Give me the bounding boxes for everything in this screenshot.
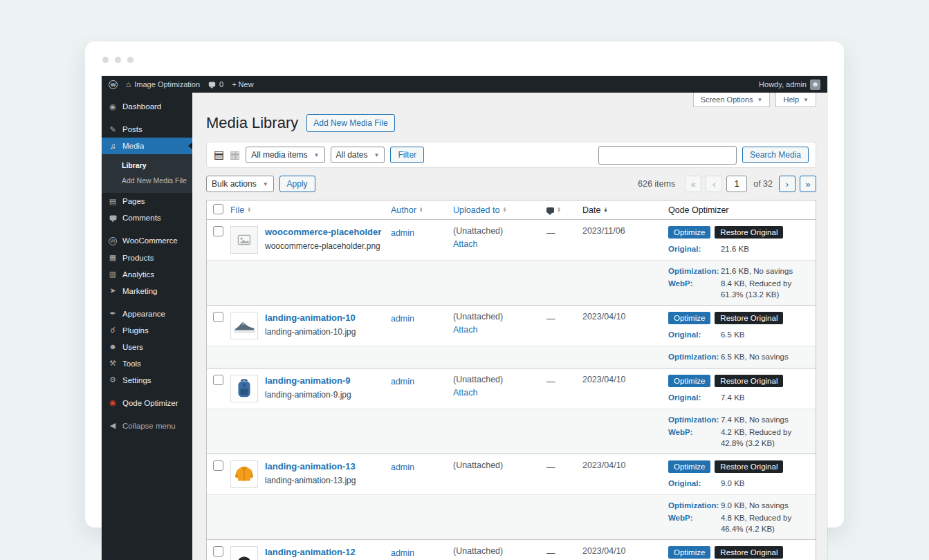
author-link[interactable]: admin <box>391 463 414 472</box>
restore-original-button[interactable]: Restore Original <box>715 312 783 324</box>
sidebar-item-media[interactable]: ♫Media <box>102 138 192 154</box>
author-link[interactable]: admin <box>391 228 414 238</box>
account-menu[interactable]: Howdy, admin ☻ <box>759 80 820 90</box>
search-input[interactable] <box>598 146 737 165</box>
pagination-next-button[interactable]: › <box>779 176 795 192</box>
sidebar-item-tools[interactable]: ⚒Tools <box>102 355 192 372</box>
restore-original-button[interactable]: Restore Original <box>715 546 783 559</box>
optimize-button[interactable]: Optimize <box>668 546 710 559</box>
sidebar-item-label: Posts <box>122 125 142 133</box>
sort-icon: ▲▼ <box>502 207 506 212</box>
column-header-file[interactable]: File ▲▼ <box>230 205 391 215</box>
users-icon: ☻ <box>108 343 118 351</box>
submenu-item-add-new-media-file[interactable]: Add New Media File <box>102 173 192 188</box>
author-link[interactable]: admin <box>391 548 414 558</box>
webp-label: WebP: <box>668 278 721 300</box>
bulk-actions-select[interactable]: Bulk actions ▼ <box>206 176 274 192</box>
bulk-actions-value: Bulk actions <box>212 179 257 189</box>
pagination-prev-button[interactable]: ‹ <box>706 176 722 192</box>
column-header-comments[interactable]: ▲▼ <box>546 207 582 213</box>
filter-button[interactable]: Filter <box>390 147 424 163</box>
sidebar-item-products[interactable]: ▦Products <box>102 250 192 266</box>
sidebar-item-dashboard[interactable]: ◉Dashboard <box>102 98 192 115</box>
pagination-total: of 32 <box>751 179 775 189</box>
attach-link[interactable]: Attach <box>453 325 477 335</box>
sidebar-item-woocommerce[interactable]: WWooCommerce <box>102 232 192 250</box>
sort-icon: ▲▼ <box>603 207 607 212</box>
table-header-row: File ▲▼ Author ▲▼ Uploaded to ▲▼ ▲▼ <box>207 200 816 220</box>
author-link[interactable]: admin <box>391 377 414 386</box>
media-title-link[interactable]: landing-animation-10 <box>265 312 356 323</box>
column-header-author[interactable]: Author ▲▼ <box>391 205 453 215</box>
optimize-button[interactable]: Optimize <box>668 312 710 324</box>
sidebar-item-analytics[interactable]: ▥Analytics <box>102 266 192 283</box>
sidebar-item-label: Tools <box>122 360 141 368</box>
media-title-link[interactable]: woocommerce-placeholder <box>265 227 381 237</box>
admin-bar-comments[interactable]: 0 <box>208 80 223 88</box>
column-header-uploaded-to[interactable]: Uploaded to ▲▼ <box>453 205 546 215</box>
add-new-media-button[interactable]: Add New Media File <box>306 114 394 132</box>
submenu-item-library[interactable]: Library <box>102 158 192 173</box>
sidebar-item-pages[interactable]: ▤Pages <box>102 193 192 209</box>
row-checkbox[interactable] <box>213 312 223 322</box>
cap-thumbnail[interactable] <box>230 546 258 560</box>
row-checkbox[interactable] <box>213 375 223 385</box>
site-name: Image Optimization <box>134 80 200 88</box>
howdy-text: Howdy, admin <box>759 80 807 88</box>
optimize-button[interactable]: Optimize <box>668 460 710 473</box>
media-item-row: landing-animation-13 landing-animation-1… <box>207 454 816 540</box>
row-checkbox[interactable] <box>213 226 223 236</box>
sidebar-item-marketing[interactable]: ➤Marketing <box>102 283 192 299</box>
date-filter-select[interactable]: All dates ▼ <box>331 147 385 163</box>
pagination-last-button[interactable]: » <box>800 176 816 192</box>
pagination-first-button[interactable]: « <box>685 176 701 192</box>
row-checkbox[interactable] <box>213 546 223 557</box>
search-media-button[interactable]: Search Media <box>742 147 809 163</box>
optimize-button[interactable]: Optimize <box>668 226 710 239</box>
sidebar-item-plugins[interactable]: ☌Plugins <box>102 322 192 339</box>
attach-link[interactable]: Attach <box>453 388 477 398</box>
media-item-row: landing-animation-10 landing-animation-1… <box>207 306 816 368</box>
screen-options-button[interactable]: Screen Options ▼ <box>693 93 771 107</box>
comments-count: — <box>546 228 555 238</box>
sidebar-item-posts[interactable]: ✎Posts <box>102 121 192 138</box>
media-type-select[interactable]: All media items ▼ <box>246 147 324 163</box>
sidebar-item-comments[interactable]: Comments <box>102 209 192 226</box>
uploaded-status: (Unattached) <box>453 226 541 236</box>
author-link[interactable]: admin <box>391 314 414 324</box>
sidebar-item-qode-optimizer[interactable]: ◉Qode Optimizer <box>102 395 192 411</box>
window-dot <box>102 57 109 63</box>
row-checkbox[interactable] <box>213 460 223 471</box>
appearance-icon: ✒ <box>108 310 118 317</box>
backpack-thumbnail[interactable] <box>230 375 258 402</box>
help-button[interactable]: Help ▼ <box>775 93 816 107</box>
attach-link[interactable]: Attach <box>453 239 477 249</box>
column-header-date[interactable]: Date ▲▼ <box>582 205 668 215</box>
wordpress-logo-icon[interactable]: W <box>109 80 118 89</box>
placeholder-thumbnail[interactable] <box>230 226 258 254</box>
sidebar-item-appearance[interactable]: ✒Appearance <box>102 306 192 322</box>
restore-original-button[interactable]: Restore Original <box>715 460 783 473</box>
media-title-link[interactable]: landing-animation-9 <box>265 375 351 386</box>
sidebar-item-users[interactable]: ☻Users <box>102 339 192 355</box>
sneaker-thumbnail[interactable] <box>230 312 258 339</box>
media-title-link[interactable]: landing-animation-12 <box>265 547 356 557</box>
optimize-button[interactable]: Optimize <box>668 375 710 387</box>
sidebar-item-label: Products <box>122 254 154 262</box>
original-label: Original: <box>668 329 721 340</box>
column-header-optimizer: Qode Optimizer <box>668 205 816 215</box>
pagination-current-input[interactable] <box>726 176 747 192</box>
sidebar-item-settings[interactable]: ⚙Settings <box>102 372 192 389</box>
select-all-checkbox[interactable] <box>213 204 223 214</box>
media-submenu: LibraryAdd New Media File <box>102 154 192 193</box>
restore-original-button[interactable]: Restore Original <box>715 226 783 239</box>
list-view-icon[interactable]: ▤ <box>214 149 224 160</box>
restore-original-button[interactable]: Restore Original <box>715 375 783 387</box>
grid-view-icon[interactable]: ▦ <box>230 149 240 160</box>
new-content-button[interactable]: + New <box>232 80 254 88</box>
jacket-thumbnail[interactable] <box>230 460 258 488</box>
site-name-link[interactable]: ⌂ Image Optimization <box>126 80 200 89</box>
apply-button[interactable]: Apply <box>279 176 315 192</box>
media-title-link[interactable]: landing-animation-13 <box>265 461 356 472</box>
sidebar-item-collapse-menu[interactable]: ◀Collapse menu <box>102 418 192 434</box>
